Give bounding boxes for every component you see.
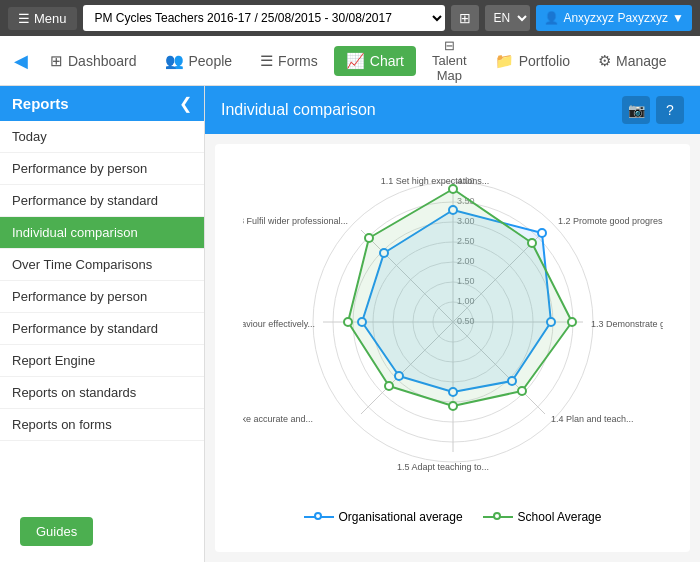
- sidebar-item-individual-comparison[interactable]: Individual comparison: [0, 217, 204, 249]
- sidebar-item-report-engine[interactable]: Report Engine: [0, 345, 204, 377]
- svg-text:1.8 Fulfil wider professional.: 1.8 Fulfil wider professional...: [243, 216, 348, 226]
- sidebar-title: Reports: [12, 95, 69, 112]
- people-icon: 👥: [165, 52, 184, 70]
- forms-icon: ☰: [260, 52, 273, 70]
- svg-point-48: [365, 234, 373, 242]
- guides-button[interactable]: Guides: [20, 517, 93, 546]
- svg-text:1.7 Manage behaviour effective: 1.7 Manage behaviour effectively...: [243, 319, 315, 329]
- portfolio-icon: 📁: [495, 52, 514, 70]
- svg-text:1.6 Make accurate and...: 1.6 Make accurate and...: [243, 414, 313, 424]
- sidebar-item-over-time[interactable]: Over Time Comparisons: [0, 249, 204, 281]
- nav-people-label: People: [189, 53, 233, 69]
- nav-people[interactable]: 👥 People: [153, 46, 245, 76]
- sidebar-item-reports-on-forms[interactable]: Reports on forms: [0, 409, 204, 441]
- sidebar-toggle-button[interactable]: ❮: [179, 94, 192, 113]
- nav-bar: ◀ ⊞ Dashboard 👥 People ☰ Forms 📈 Chart ⊟…: [0, 36, 700, 86]
- sidebar-item-perf-by-standard-2[interactable]: Performance by standard: [0, 313, 204, 345]
- nav-back-button[interactable]: ◀: [8, 50, 34, 72]
- nav-dashboard[interactable]: ⊞ Dashboard: [38, 46, 149, 76]
- content-title: Individual comparison: [221, 101, 376, 119]
- help-button[interactable]: ?: [656, 96, 684, 124]
- sidebar-item-today[interactable]: Today: [0, 121, 204, 153]
- language-select[interactable]: EN: [485, 5, 530, 31]
- talent-map-icon: ⊟: [444, 38, 455, 53]
- svg-text:1.3 Demonstrate good subject..: 1.3 Demonstrate good subject...: [591, 319, 663, 329]
- sidebar-header: Reports ❮: [0, 86, 204, 121]
- nav-portfolio-label: Portfolio: [519, 53, 570, 69]
- svg-text:1.2 Promote good progress...: 1.2 Promote good progress...: [558, 216, 663, 226]
- nav-forms[interactable]: ☰ Forms: [248, 46, 330, 76]
- nav-portfolio[interactable]: 📁 Portfolio: [483, 46, 582, 76]
- hamburger-icon: ☰: [18, 11, 30, 26]
- nav-chart[interactable]: 📈 Chart: [334, 46, 416, 76]
- nav-manage[interactable]: ⚙ Manage: [586, 46, 679, 76]
- nav-dashboard-label: Dashboard: [68, 53, 137, 69]
- legend-school-avg: School Average: [483, 510, 602, 524]
- radar-chart: 4.00 3.50 3.00 2.50 2.00 1.50 1.00 0.50 …: [243, 172, 663, 502]
- sidebar: Reports ❮ Today Performance by person Pe…: [0, 86, 205, 562]
- user-button[interactable]: 👤 Anxyzxyz Paxyzxyz ▼: [536, 5, 692, 31]
- nav-talent-map-label: TalentMap: [432, 53, 467, 83]
- camera-button[interactable]: 📷: [622, 96, 650, 124]
- svg-point-43: [568, 318, 576, 326]
- svg-text:1.5 Adapt teaching to...: 1.5 Adapt teaching to...: [396, 462, 488, 472]
- svg-point-41: [449, 185, 457, 193]
- svg-point-42: [528, 239, 536, 247]
- content-area: Individual comparison 📷 ?: [205, 86, 700, 562]
- sidebar-item-reports-on-standards[interactable]: Reports on standards: [0, 377, 204, 409]
- legend-org-avg-label: Organisational average: [339, 510, 463, 524]
- user-avatar-icon: 👤: [544, 11, 559, 25]
- menu-button[interactable]: ☰ Menu: [8, 7, 77, 30]
- svg-point-33: [538, 229, 546, 237]
- dashboard-icon: ⊞: [50, 52, 63, 70]
- nav-manage-label: Manage: [616, 53, 667, 69]
- nav-forms-label: Forms: [278, 53, 318, 69]
- radar-chart-svg: 4.00 3.50 3.00 2.50 2.00 1.50 1.00 0.50 …: [243, 172, 663, 472]
- chart-icon: 📈: [346, 52, 365, 70]
- top-bar: ☰ Menu PM Cycles Teachers 2016-17 / 25/0…: [0, 0, 700, 36]
- legend-line-green: [483, 516, 513, 518]
- content-header-icons: 📷 ?: [622, 96, 684, 124]
- menu-label: Menu: [34, 11, 67, 26]
- sidebar-item-perf-by-standard-1[interactable]: Performance by standard: [0, 185, 204, 217]
- chart-legend: Organisational average School Average: [304, 510, 602, 524]
- user-chevron-icon: ▼: [672, 11, 684, 25]
- legend-school-avg-label: School Average: [518, 510, 602, 524]
- grid-icon-button[interactable]: ⊞: [451, 5, 479, 31]
- nav-talent-map[interactable]: ⊟ TalentMap: [420, 34, 479, 87]
- svg-point-46: [385, 382, 393, 390]
- user-name: Anxyzxyz Paxyzxyz: [563, 11, 668, 25]
- main-layout: Reports ❮ Today Performance by person Pe…: [0, 86, 700, 562]
- sidebar-item-perf-by-person-1[interactable]: Performance by person: [0, 153, 204, 185]
- manage-icon: ⚙: [598, 52, 611, 70]
- nav-chart-label: Chart: [370, 53, 404, 69]
- svg-text:1.4 Plan and teach...: 1.4 Plan and teach...: [551, 414, 634, 424]
- svg-point-44: [518, 387, 526, 395]
- sidebar-item-perf-by-person-2[interactable]: Performance by person: [0, 281, 204, 313]
- svg-text:1.1 Set high expectations...: 1.1 Set high expectations...: [380, 176, 489, 186]
- svg-point-45: [449, 402, 457, 410]
- legend-line-blue: [304, 516, 334, 518]
- content-header: Individual comparison 📷 ?: [205, 86, 700, 134]
- chart-area: 4.00 3.50 3.00 2.50 2.00 1.50 1.00 0.50 …: [215, 144, 690, 552]
- legend-org-avg: Organisational average: [304, 510, 463, 524]
- svg-point-47: [344, 318, 352, 326]
- cycle-select[interactable]: PM Cycles Teachers 2016-17 / 25/08/2015 …: [83, 5, 446, 31]
- sidebar-footer: Guides: [0, 501, 204, 562]
